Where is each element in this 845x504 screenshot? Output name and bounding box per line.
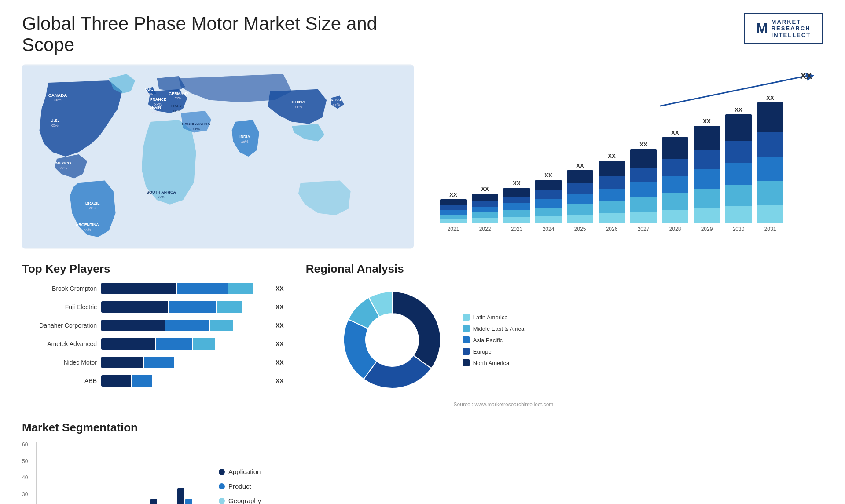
seg-legend-item: Product (219, 482, 261, 490)
svg-text:U.K.: U.K. (145, 87, 153, 91)
seg-legend-item: Geography (219, 497, 261, 504)
svg-text:xx%: xx% (192, 127, 200, 131)
seg-bar-group (150, 499, 173, 504)
regional-legend-item: Middle East & Africa (463, 325, 524, 332)
svg-text:xx%: xx% (89, 206, 96, 210)
segmentation-section: Market Segmentation 0 10 20 30 40 50 60 (22, 421, 284, 504)
bar-group: XX (757, 95, 783, 223)
player-row: ABBXX (22, 375, 284, 387)
svg-text:xx%: xx% (241, 139, 249, 144)
player-row: Danaher CorporationXX (22, 320, 284, 331)
bar-group: XX (599, 153, 625, 223)
bar-group: XX (567, 162, 593, 223)
svg-text:CHINA: CHINA (291, 99, 305, 104)
logo-line2: RESEARCH (772, 25, 811, 32)
seg-legend-item: Application (219, 468, 261, 475)
bar-group: XX (503, 180, 530, 223)
svg-text:SAUDI ARABIA: SAUDI ARABIA (182, 122, 210, 126)
bar-group: XX (662, 129, 688, 223)
svg-text:U.S.: U.S. (51, 118, 59, 123)
logo-letter: M (756, 20, 768, 37)
regional-title: Regional Analysis (306, 262, 554, 276)
players-section: Top Key Players Brook CromptonXXFuji Ele… (22, 262, 284, 408)
svg-text:ITALY: ITALY (171, 104, 182, 108)
svg-text:xx%: xx% (175, 96, 183, 100)
svg-text:CANADA: CANADA (48, 93, 67, 98)
logo-line3: INTELLECT (772, 32, 811, 38)
player-row: Fuji ElectricXX (22, 301, 284, 313)
player-row: Brook CromptonXX (22, 283, 284, 294)
svg-text:xx%: xx% (151, 110, 159, 114)
bar-group: XX (694, 118, 720, 223)
svg-text:MEXICO: MEXICO (55, 161, 71, 165)
donut-chart: Latin AmericaMiddle East & AfricaAsia Pa… (306, 283, 554, 397)
svg-text:xx%: xx% (84, 227, 91, 232)
page-title: Global Three Phase Motor Market Size and… (22, 13, 418, 55)
svg-text:xx%: xx% (145, 92, 153, 96)
svg-text:FRANCE: FRANCE (150, 97, 166, 102)
logo-line1: MARKET (772, 18, 811, 25)
player-row: Ametek AdvancedXX (22, 338, 284, 350)
svg-text:SPAIN: SPAIN (149, 105, 161, 110)
bar-group: XX (472, 186, 498, 223)
donut-segment (392, 292, 441, 369)
player-row: Nidec MotorXX (22, 357, 284, 368)
svg-text:xx%: xx% (54, 98, 62, 102)
svg-text:INDIA: INDIA (239, 135, 250, 139)
bar-group: XX (630, 141, 657, 223)
svg-text:xx%: xx% (295, 105, 302, 109)
bar-group: XX (535, 172, 562, 223)
svg-text:xx%: xx% (51, 123, 59, 128)
regional-legend-item: Latin America (463, 314, 524, 321)
regional-legend-item: North America (463, 359, 524, 366)
segmentation-title: Market Segmentation (22, 421, 284, 435)
svg-text:xx%: xx% (333, 102, 340, 107)
regional-section: Regional Analysis Latin AmericaMiddle Ea… (306, 262, 554, 408)
bar-group: XX (440, 191, 467, 223)
world-map: CANADA xx% U.S. xx% MEXICO xx% BRAZIL xx… (22, 64, 414, 249)
svg-text:BRAZIL: BRAZIL (85, 201, 100, 205)
svg-text:xx%: xx% (158, 195, 165, 199)
regional-legend-item: Europe (463, 348, 524, 355)
svg-text:GERMANY: GERMANY (169, 91, 188, 96)
svg-text:xx%: xx% (173, 109, 180, 113)
svg-text:ARGENTINA: ARGENTINA (76, 223, 99, 227)
bar-group: XX (725, 106, 752, 223)
svg-text:SOUTH AFRICA: SOUTH AFRICA (147, 190, 176, 194)
logo: M MARKET RESEARCH INTELLECT (744, 13, 823, 44)
seg-bar-group (177, 488, 200, 504)
regional-legend-item: Asia Pacific (463, 336, 524, 343)
source-text: Source : www.marketresearchintellect.com (306, 402, 554, 408)
svg-text:JAPAN: JAPAN (330, 98, 342, 102)
header: Global Three Phase Motor Market Size and… (22, 13, 823, 55)
svg-text:xx%: xx% (60, 166, 67, 170)
map-section: CANADA xx% U.S. xx% MEXICO xx% BRAZIL xx… (22, 64, 414, 249)
players-title: Top Key Players (22, 262, 284, 276)
bar-chart-section: XX XXXXXXXXXXXXXXXXXXXXXX 20212022202320… (431, 64, 823, 249)
